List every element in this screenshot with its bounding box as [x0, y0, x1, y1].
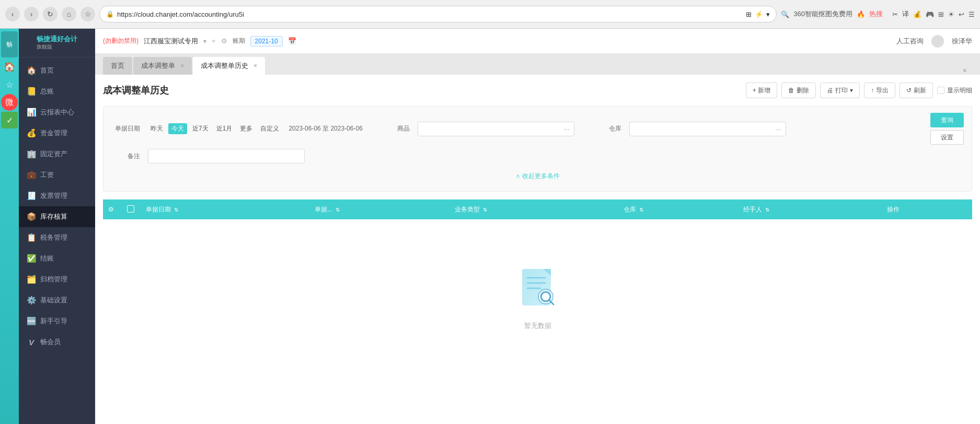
query-button[interactable]: 查询 [930, 113, 964, 127]
th-biz-type[interactable]: 业务类型 ⇅ [449, 199, 618, 219]
icon-sidebar: 畅 🏠 ☆ 微 ✓ [0, 29, 19, 424]
dropdown-arrow[interactable]: ▾ [203, 38, 206, 45]
goods-dots: ··· [563, 125, 570, 133]
content-area: (勿删勿禁用) 江西服宝测试专用 ▾ + ⚙ 账期 2021-10 📅 人工咨询… [95, 29, 980, 424]
sidebar-item-fund[interactable]: 💰 资金管理 [19, 123, 95, 144]
vip-icon: V [27, 338, 36, 347]
logo-text: 畅捷通好会计 [37, 35, 77, 44]
filter-settings-button[interactable]: 设置 [930, 130, 964, 145]
user-service[interactable]: 人工咨询 [896, 37, 924, 46]
sidebar-item-vip[interactable]: V 畅会员 [19, 332, 95, 352]
sidebar-label-salary: 工资 [40, 170, 54, 180]
date-shortcut-today[interactable]: 今天 [168, 123, 187, 134]
th-warehouse[interactable]: 仓库 ⇅ [618, 199, 738, 219]
refresh-button[interactable]: ↺ 刷新 [900, 83, 933, 98]
sidebar-item-tax[interactable]: 📋 税务管理 [19, 227, 95, 248]
sidebar-label-invoice: 发票管理 [40, 191, 67, 201]
tab-cost-adjust[interactable]: 成本调整单 × [133, 57, 192, 75]
show-detail-checkbox[interactable] [937, 87, 944, 94]
sidebar-label-settings: 基础设置 [40, 296, 67, 305]
archive-icon: 🗂️ [27, 275, 36, 284]
sidebar-item-salary[interactable]: 💼 工资 [19, 164, 95, 185]
browser-chrome: ‹ › ↻ ⌂ ☆ 🔒 https://cloud.chanjet.com/ac… [0, 0, 980, 29]
remark-filter-label: 备注 [111, 152, 140, 161]
search-icon: 🔍 [781, 10, 789, 18]
sidebar-item-invoice[interactable]: 🧾 发票管理 [19, 185, 95, 206]
goods-selector[interactable]: ··· [418, 122, 574, 136]
logo-icon: 畅 [6, 40, 13, 49]
refresh-button[interactable]: ↻ [43, 7, 57, 21]
sidebar-item-ledger[interactable]: 📒 总账 [19, 81, 95, 102]
add-icon[interactable]: + [212, 37, 216, 45]
warehouse-filter-label: 仓库 [593, 124, 621, 133]
icon-sidebar-green[interactable]: ✓ [1, 112, 18, 128]
header-checkbox[interactable] [127, 205, 134, 213]
page-content: 成本调整单历史 + 新增 🗑 删除 🖨 打印 ▾ ↑ 导出 [95, 75, 980, 424]
settings-gear[interactable]: ⚙ [221, 37, 227, 45]
sidebar-item-reports[interactable]: 📊 云报表中心 [19, 102, 95, 123]
show-detail-toggle[interactable]: 显示明细 [937, 86, 972, 95]
back-button[interactable]: ‹ [5, 7, 20, 21]
company-warning: (勿删勿禁用) [103, 37, 139, 45]
warehouse-dots: ··· [775, 125, 781, 133]
new-button[interactable]: + 新增 [746, 83, 777, 98]
period-value[interactable]: 2021-10 [250, 36, 283, 46]
th-operator[interactable]: 经手人 ⇅ [738, 199, 882, 219]
sidebar-item-settings[interactable]: ⚙️ 基础设置 [19, 290, 95, 311]
collapse-arrow-icon: ∧ [515, 172, 521, 180]
sidebar-item-home[interactable]: 🏠 首页 [19, 60, 95, 81]
grid-icon: ⊞ [746, 10, 752, 18]
sidebar-item-guide[interactable]: 🆕 新手引导 [19, 311, 95, 332]
icon-sidebar-logo[interactable]: 畅 [1, 31, 18, 57]
icon-sidebar-star[interactable]: ☆ [1, 76, 18, 93]
th-date[interactable]: 单据日期 ⇅ [141, 199, 309, 219]
show-detail-label: 显示明细 [947, 86, 972, 95]
tab-home[interactable]: 首页 [103, 57, 132, 75]
export-button[interactable]: ↑ 导出 [864, 83, 895, 98]
th-gear[interactable]: ⚙ [103, 199, 122, 219]
date-shortcut-custom[interactable]: 自定义 [258, 123, 282, 134]
forward-button[interactable]: › [24, 7, 39, 21]
calendar-icon[interactable]: 📅 [288, 37, 296, 45]
collapse-more-btn[interactable]: ∧ 收起更多条件 [111, 168, 964, 185]
url-bar[interactable]: 🔒 https://cloud.chanjet.com/accounting/u… [99, 6, 777, 22]
tax-icon: 📋 [27, 233, 36, 242]
sidebar-item-archive[interactable]: 🗂️ 归档管理 [19, 269, 95, 290]
th-checkbox[interactable] [122, 199, 141, 219]
date-shortcut-week7[interactable]: 近7天 [190, 123, 211, 134]
gamepad-icon: 🎮 [926, 10, 934, 18]
icon-sidebar-home[interactable]: 🏠 [1, 58, 18, 75]
ssl-lock-icon: 🔒 [106, 10, 114, 18]
date-shortcut-month1[interactable]: 近1月 [214, 123, 235, 134]
delete-icon: 🗑 [788, 87, 794, 94]
icon-sidebar-weibo[interactable]: 微 [1, 94, 18, 111]
tab-cost-adjust-close[interactable]: × [180, 62, 184, 69]
settle-icon: ✅ [27, 254, 36, 263]
page-title: 成本调整单历史 [103, 84, 169, 97]
date-shortcuts: 昨天 今天 近7天 近1月 更多 自定义 2023-06-06 至 2023-0… [148, 123, 363, 134]
fund-icon: 💰 [27, 128, 36, 138]
menu-icon: ☰ [969, 10, 975, 18]
date-shortcut-yesterday[interactable]: 昨天 [148, 123, 166, 134]
print-button[interactable]: 🖨 打印 ▾ [820, 83, 860, 98]
date-shortcut-more[interactable]: 更多 [237, 123, 255, 134]
home-button[interactable]: ⌂ [62, 7, 76, 21]
delete-button[interactable]: 🗑 删除 [781, 83, 816, 98]
sidebar-item-settle[interactable]: ✅ 结账 [19, 248, 95, 269]
company-name: 江西服宝测试专用 [144, 37, 198, 46]
close-all-icon[interactable]: × [958, 66, 972, 75]
th-actions: 操作 [882, 199, 972, 219]
refresh-icon: ↺ [906, 87, 912, 94]
goods-filter-label: 商品 [381, 124, 410, 133]
sidebar-item-inventory[interactable]: 📦 库存核算 [19, 206, 95, 227]
th-number[interactable]: 单据... ⇅ [309, 199, 449, 219]
sidebar-item-assets[interactable]: 🏢 固定资产 [19, 144, 95, 164]
sidebar-nav: 🏠 首页 📒 总账 📊 云报表中心 💰 资金管理 🏢 固定资产 💼 工资 [19, 57, 95, 424]
tab-cost-adjust-history[interactable]: 成本调整单历史 × [193, 57, 265, 75]
user-name[interactable]: 徐泽华 [952, 37, 972, 46]
empty-state: 暂无数据 [103, 219, 972, 372]
bookmark-button[interactable]: ☆ [80, 7, 95, 21]
remark-input[interactable] [148, 149, 305, 163]
tab-cost-adjust-history-close[interactable]: × [253, 62, 257, 69]
warehouse-selector[interactable]: ··· [629, 122, 786, 136]
